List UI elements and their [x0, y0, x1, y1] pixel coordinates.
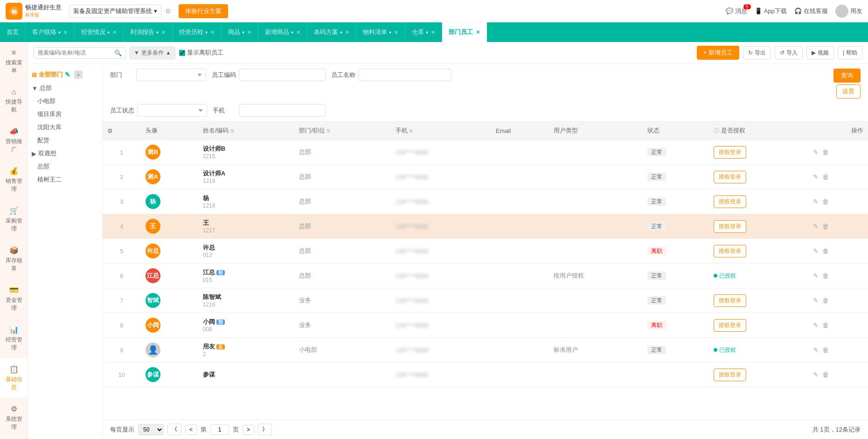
- app-download-button[interactable]: 📱 App下载: [755, 7, 787, 15]
- delete-icon[interactable]: 🗑: [822, 247, 829, 255]
- dept-node-project[interactable]: 项目库房: [28, 108, 102, 121]
- dept-node-headquarter[interactable]: ▼ 总部: [28, 82, 102, 95]
- user-menu[interactable]: 用友: [835, 5, 862, 18]
- delete-icon[interactable]: 🗑: [822, 297, 829, 304]
- edit-icon[interactable]: ✎: [813, 198, 819, 205]
- edit-icon[interactable]: ✎: [813, 148, 819, 156]
- dept-node-shuanglu[interactable]: ▶ 双鹿想: [28, 147, 102, 160]
- tab-goods[interactable]: 商品 ▾ ✕: [222, 22, 258, 42]
- tab-warehouse-close[interactable]: ✕: [431, 29, 435, 35]
- edit-icon[interactable]: ✎: [813, 321, 819, 329]
- edit-icon[interactable]: ✎: [813, 346, 819, 354]
- next-page-button[interactable]: >: [243, 425, 254, 435]
- sidebar-nav-finance[interactable]: 💳 资金管理: [0, 279, 28, 319]
- tab-profit-close[interactable]: ✕: [161, 29, 166, 35]
- filter-dept-select[interactable]: [136, 69, 206, 81]
- tab-employee[interactable]: 部门员工 ✕: [442, 22, 487, 42]
- tab-bom-close[interactable]: ✕: [394, 29, 398, 35]
- row-auth[interactable]: 授权登录: [709, 362, 808, 387]
- first-page-button[interactable]: 《: [167, 424, 181, 435]
- edit-icon[interactable]: ✎: [813, 223, 819, 230]
- delete-icon[interactable]: 🗑: [822, 198, 829, 205]
- set-button[interactable]: 设置: [836, 84, 861, 98]
- tab-profit[interactable]: 利润报告 ▾ ✕: [124, 22, 173, 42]
- dept-node-shenyang[interactable]: 沈阳大库: [28, 121, 102, 134]
- auth-button[interactable]: 授权登录: [714, 369, 746, 381]
- auth-button[interactable]: 授权登录: [714, 220, 746, 233]
- delete-icon[interactable]: 🗑: [822, 173, 829, 181]
- tab-warehouse[interactable]: 仓库 ▾ ✕: [405, 22, 442, 42]
- tab-bom[interactable]: 物料清单 ▾ ✕: [356, 22, 405, 42]
- sidebar-nav-purchase[interactable]: 🛒 采购管理: [0, 200, 28, 239]
- sidebar-nav-operations[interactable]: 📊 经营管理: [0, 319, 28, 358]
- dept-node-hq2[interactable]: 总部: [28, 160, 102, 173]
- dept-node-electric[interactable]: 小电部: [28, 95, 102, 108]
- delete-icon[interactable]: 🗑: [822, 223, 829, 230]
- edit-icon[interactable]: ✎: [813, 247, 819, 255]
- tab-barcode[interactable]: 条码方案 ▾ ✕: [307, 22, 356, 42]
- delete-icon[interactable]: 🗑: [822, 346, 829, 354]
- row-auth[interactable]: 授权登录: [709, 239, 808, 264]
- last-page-button[interactable]: 》: [258, 424, 272, 435]
- page-input[interactable]: [210, 425, 229, 435]
- filter-phone-input[interactable]: [239, 104, 326, 117]
- tab-operations-close[interactable]: ✕: [112, 29, 117, 35]
- filter-empcode-input[interactable]: [239, 69, 326, 81]
- tab-operations[interactable]: 经营情况 ▾ ✕: [75, 22, 124, 42]
- edit-icon[interactable]: ✎: [813, 297, 819, 304]
- add-employee-button[interactable]: + 新增员工: [697, 46, 739, 60]
- col-phone[interactable]: 手机 ⇅: [391, 122, 491, 140]
- row-auth[interactable]: 授权登录: [709, 140, 808, 165]
- help-button[interactable]: | 帮助: [838, 46, 862, 60]
- col-name[interactable]: 姓名/编码 ⇅: [198, 122, 294, 140]
- settings-icon[interactable]: ⚙: [165, 7, 171, 15]
- row-auth[interactable]: 授权登录: [709, 189, 808, 214]
- auth-button[interactable]: 授权登录: [714, 319, 746, 332]
- sidebar-nav-system[interactable]: ⚙ 系统管理: [0, 398, 28, 438]
- dept-node-dispatch[interactable]: 配货: [28, 134, 102, 147]
- auth-button[interactable]: 授权登录: [714, 146, 746, 159]
- delete-icon[interactable]: 🗑: [822, 371, 829, 378]
- dept-all-header[interactable]: ⊞ 全部部门 ✎ «: [28, 68, 102, 82]
- show-resigned-checkbox[interactable]: 显示离职员工: [179, 49, 223, 57]
- collapse-icon[interactable]: «: [74, 70, 83, 79]
- edit-icon[interactable]: ✎: [813, 272, 819, 279]
- sidebar-nav-marketing[interactable]: 📣 营销推广: [0, 120, 28, 160]
- tab-new-goods[interactable]: 新增商品 ▾ ✕: [258, 22, 307, 42]
- delete-icon[interactable]: 🗑: [822, 272, 829, 279]
- export-button[interactable]: ↻ 导出: [743, 46, 771, 60]
- tab-goods-close[interactable]: ✕: [247, 29, 251, 35]
- col-dept[interactable]: 部门/职位 ⇅: [294, 122, 390, 140]
- delete-icon[interactable]: 🗑: [822, 148, 829, 156]
- sidebar-nav-inventory[interactable]: 📦 库存核算: [0, 239, 28, 279]
- tab-employee-close[interactable]: ✕: [476, 29, 480, 35]
- dept-edit-icon[interactable]: ✎: [65, 71, 70, 78]
- filter-empname-input[interactable]: [358, 69, 451, 81]
- tab-home[interactable]: 首页: [0, 22, 26, 42]
- video-button[interactable]: ▶ 视频: [806, 46, 834, 60]
- tab-new-goods-close[interactable]: ✕: [296, 29, 300, 35]
- more-filter-button[interactable]: ▼ 更多条件 ▲: [130, 47, 175, 59]
- dept-node-tree[interactable]: 植树王二: [28, 173, 102, 186]
- auth-button[interactable]: 授权登录: [714, 245, 746, 258]
- col-settings[interactable]: ⚙: [103, 122, 141, 140]
- edit-icon[interactable]: ✎: [813, 371, 819, 378]
- per-page-select[interactable]: 50 20 100: [138, 424, 164, 435]
- sidebar-nav-sales[interactable]: 💰 销售管理: [0, 160, 28, 200]
- tab-barcode-close[interactable]: ✕: [345, 29, 349, 35]
- auth-button[interactable]: 授权登录: [714, 294, 746, 307]
- tab-customer[interactable]: 客户联络 ▾ ✕: [26, 22, 75, 42]
- trial-button[interactable]: 体验行业方案: [179, 4, 228, 18]
- online-service-button[interactable]: 🎧 在线客服: [794, 7, 828, 15]
- filter-status-select[interactable]: [137, 104, 207, 117]
- row-auth[interactable]: 授权登录: [709, 214, 808, 239]
- tab-customer-close[interactable]: ✕: [63, 29, 68, 35]
- import-button[interactable]: ↺ 导入: [775, 46, 803, 60]
- tab-history[interactable]: 经营历程 ▾ ✕: [173, 22, 222, 42]
- row-auth[interactable]: 授权登录: [709, 288, 808, 313]
- tab-history-close[interactable]: ✕: [210, 29, 215, 35]
- query-button[interactable]: 查询: [833, 69, 861, 83]
- sidebar-nav-search[interactable]: ≡ 搜索菜单: [0, 42, 28, 81]
- edit-icon[interactable]: ✎: [813, 173, 819, 181]
- system-selector[interactable]: 装备及固定资产辅助管理系统 ▾: [69, 5, 161, 18]
